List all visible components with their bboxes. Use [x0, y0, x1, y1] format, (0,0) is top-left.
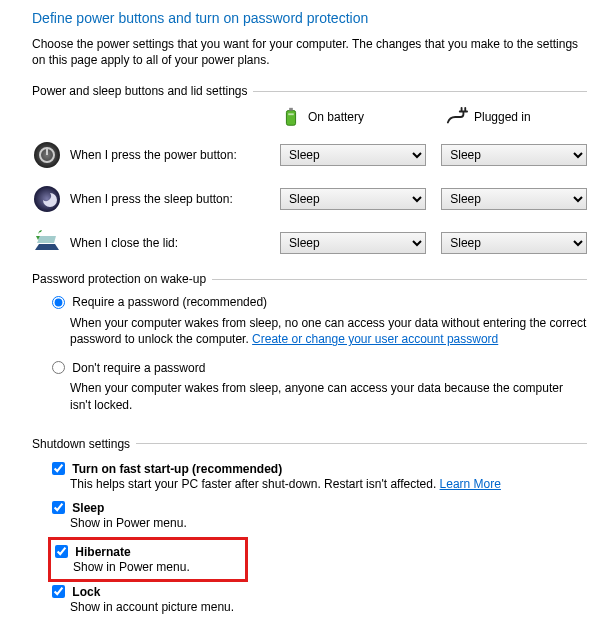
- svg-rect-1: [289, 108, 293, 111]
- col-battery-label: On battery: [308, 110, 364, 124]
- lid-close-battery-select[interactable]: Sleep: [280, 232, 426, 254]
- sleep-checkbox[interactable]: [52, 501, 65, 514]
- sleep-button-plugged-select[interactable]: Sleep: [441, 188, 587, 210]
- lid-close-label: When I close the lid:: [70, 236, 280, 250]
- no-password-radio[interactable]: [52, 361, 65, 374]
- power-button-label: When I press the power button:: [70, 148, 280, 162]
- battery-icon: [280, 106, 302, 128]
- no-password-desc: When your computer wakes from sleep, any…: [70, 380, 587, 412]
- lid-close-icon: [32, 228, 62, 258]
- page-description: Choose the power settings that you want …: [32, 36, 587, 68]
- create-password-link[interactable]: Create or change your user account passw…: [252, 332, 498, 346]
- lock-checkbox[interactable]: [52, 585, 65, 598]
- require-password-label: Require a password (recommended): [72, 295, 267, 309]
- sleep-button-battery-select[interactable]: Sleep: [280, 188, 426, 210]
- power-button-plugged-select[interactable]: Sleep: [441, 144, 587, 166]
- hibernate-checkbox[interactable]: [55, 545, 68, 558]
- require-password-desc: When your computer wakes from sleep, no …: [70, 315, 587, 347]
- power-button-icon: [32, 140, 62, 170]
- sleep-button-icon: [32, 184, 62, 214]
- col-plugged-label: Plugged in: [474, 110, 531, 124]
- sleep-label: Sleep: [72, 501, 104, 515]
- require-password-radio[interactable]: [52, 296, 65, 309]
- svg-rect-0: [286, 111, 295, 126]
- highlight-box: Hibernate Show in Power menu.: [48, 537, 248, 582]
- plug-icon: [446, 106, 468, 128]
- no-password-label: Don't require a password: [72, 360, 205, 374]
- section-shutdown-legend: Shutdown settings: [32, 437, 587, 451]
- lid-close-plugged-select[interactable]: Sleep: [441, 232, 587, 254]
- fast-startup-desc: This helps start your PC faster after sh…: [70, 476, 587, 492]
- sleep-desc: Show in Power menu.: [70, 515, 587, 531]
- lock-desc: Show in account picture menu.: [70, 599, 587, 615]
- power-button-battery-select[interactable]: Sleep: [280, 144, 426, 166]
- fast-startup-checkbox[interactable]: [52, 462, 65, 475]
- lock-label: Lock: [72, 585, 100, 599]
- sleep-button-label: When I press the sleep button:: [70, 192, 280, 206]
- hibernate-desc: Show in Power menu.: [73, 559, 239, 575]
- fast-startup-label: Turn on fast start-up (recommended): [72, 462, 282, 476]
- section-password-legend: Password protection on wake-up: [32, 272, 587, 286]
- hibernate-label: Hibernate: [75, 545, 130, 559]
- page-title: Define power buttons and turn on passwor…: [32, 10, 587, 26]
- svg-rect-2: [288, 114, 294, 116]
- section-power-legend: Power and sleep buttons and lid settings: [32, 84, 587, 98]
- learn-more-link[interactable]: Learn More: [440, 477, 501, 491]
